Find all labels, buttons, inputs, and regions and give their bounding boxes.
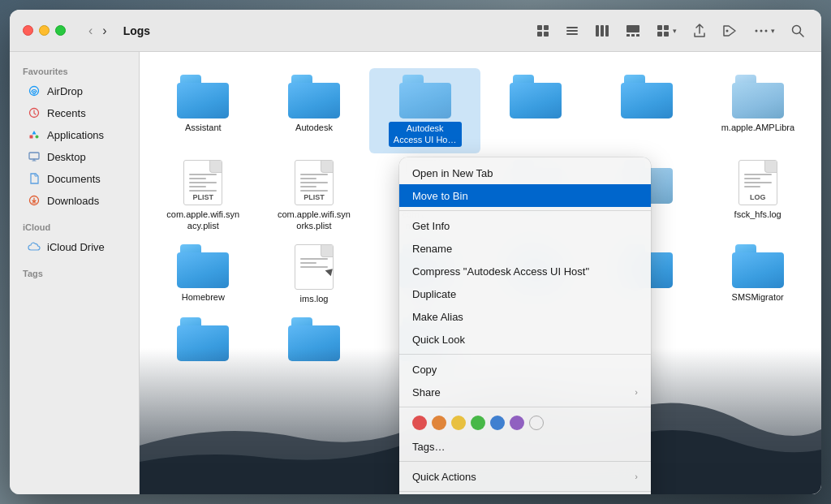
ctx-tag-purple[interactable] xyxy=(510,416,524,430)
nav-arrows: ‹ › xyxy=(85,22,110,40)
groupby-button[interactable]: ▾ xyxy=(652,22,681,40)
svg-rect-1 xyxy=(544,25,549,30)
ctx-copy[interactable]: Copy xyxy=(399,358,651,381)
folder-icon-autodesk xyxy=(288,75,340,118)
folder-icon-homebrew xyxy=(177,244,229,288)
ctx-tag-red[interactable] xyxy=(412,416,427,430)
ctx-duplicate-label: Duplicate xyxy=(412,288,456,300)
svg-line-23 xyxy=(800,32,804,37)
file-item-folder4[interactable] xyxy=(480,68,592,153)
file-item-assistant[interactable]: Assistant xyxy=(148,68,259,153)
more-button[interactable]: ▾ xyxy=(749,22,779,40)
file-item-homebrew[interactable]: Homebrew xyxy=(148,238,259,311)
ctx-quick-actions-label: Quick Actions xyxy=(412,471,476,483)
file-item-smsmigrator[interactable]: SMSMigrator xyxy=(702,238,813,311)
ctx-rename[interactable]: Rename xyxy=(399,237,651,260)
tag-button[interactable] xyxy=(718,22,741,40)
downloads-icon xyxy=(28,194,41,207)
file-item-folder-r4-2[interactable] xyxy=(259,311,370,368)
sidebar: Favourites AirDrop xyxy=(10,52,140,494)
close-button[interactable] xyxy=(23,25,33,36)
ctx-tag-green[interactable] xyxy=(471,416,485,430)
file-label-ims: ims.log xyxy=(300,293,329,304)
minimize-button[interactable] xyxy=(39,25,50,36)
file-item-ims[interactable]: ims.log xyxy=(259,238,370,311)
sidebar-item-icloud-drive[interactable]: iCloud Drive xyxy=(15,236,134,257)
svg-rect-10 xyxy=(626,25,639,32)
sidebar-item-icloud-label: iCloud Drive xyxy=(47,241,105,253)
list-view-button[interactable] xyxy=(562,22,583,40)
file-label-plist1: com.apple.wifi.syncable-…acy.plist xyxy=(166,209,239,232)
sidebar-item-recents-label: Recents xyxy=(47,107,86,119)
file-item-plist2[interactable]: PLIST com.apple.wifi.syncable-…orks.plis… xyxy=(259,153,370,239)
svg-rect-27 xyxy=(30,136,33,139)
file-label-ampli: m.apple.AMPLibraryAgent xyxy=(721,122,794,133)
sidebar-item-airdrop-label: AirDrop xyxy=(47,85,83,97)
maximize-button[interactable] xyxy=(55,25,66,36)
ctx-quick-actions-chevron: › xyxy=(635,472,638,481)
tags-label: Tags xyxy=(10,264,139,282)
svg-rect-15 xyxy=(664,25,669,30)
back-button[interactable]: ‹ xyxy=(85,22,96,40)
file-label-plist2: com.apple.wifi.syncable-…orks.plist xyxy=(278,209,351,232)
favourites-label: Favourites xyxy=(10,62,139,80)
sidebar-item-desktop[interactable]: Desktop xyxy=(15,146,134,167)
doc-icon-ims xyxy=(295,244,334,290)
ctx-open-new-tab-label: Open in New Tab xyxy=(412,167,493,179)
ctx-get-info-label: Get Info xyxy=(412,220,450,232)
sidebar-item-applications[interactable]: Applications xyxy=(15,124,134,145)
file-item-autodesk[interactable]: Autodesk xyxy=(259,68,370,153)
ctx-duplicate[interactable]: Duplicate xyxy=(399,282,651,305)
ctx-quick-actions[interactable]: Quick Actions › xyxy=(399,465,651,488)
airdrop-icon xyxy=(28,84,41,97)
file-item-ampli[interactable]: m.apple.AMPLibraryAgent xyxy=(702,68,813,153)
window-title: Logs xyxy=(123,24,150,37)
context-menu: Open in New Tab Move to Bin Get Info Ren… xyxy=(399,157,651,494)
ctx-sep-4 xyxy=(399,461,651,462)
folder-icon-smsmigrator xyxy=(732,244,784,288)
sidebar-item-airdrop[interactable]: AirDrop xyxy=(15,80,134,101)
sidebar-item-desktop-label: Desktop xyxy=(47,151,86,163)
ctx-share-label: Share xyxy=(412,386,441,398)
doc-icon-plist1: PLIST xyxy=(183,160,222,205)
share-button[interactable] xyxy=(689,21,710,41)
sidebar-item-downloads[interactable]: Downloads xyxy=(15,190,134,211)
file-item-autodesk-access[interactable]: Autodesk Access UI Ho… xyxy=(369,68,480,153)
svg-point-25 xyxy=(33,93,35,95)
ctx-compress-label: Compress "Autodesk Access UI Host" xyxy=(412,265,589,278)
ctx-tag-yellow[interactable] xyxy=(451,416,466,430)
icon-view-button[interactable] xyxy=(532,22,553,40)
file-item-plist1[interactable]: PLIST com.apple.wifi.syncable-…acy.plist xyxy=(148,153,259,239)
file-label-assistant: Assistant xyxy=(185,122,222,133)
folder-icon-r4-1 xyxy=(177,317,229,361)
svg-rect-3 xyxy=(544,32,549,37)
ctx-sep-2 xyxy=(399,354,651,355)
forward-button[interactable]: › xyxy=(99,22,110,40)
folder-icon-ampli xyxy=(732,75,784,118)
sidebar-item-recents[interactable]: Recents xyxy=(15,102,134,123)
search-button[interactable] xyxy=(787,22,808,40)
ctx-sep-5 xyxy=(399,491,651,492)
folder-icon-5 xyxy=(621,75,673,118)
sidebar-item-downloads-label: Downloads xyxy=(47,195,99,207)
ctx-compress[interactable]: Compress "Autodesk Access UI Host" xyxy=(399,260,651,282)
file-item-folder5[interactable] xyxy=(592,68,703,153)
ctx-make-alias[interactable]: Make Alias xyxy=(399,305,651,328)
main-content: Favourites AirDrop xyxy=(10,52,821,494)
file-item-fsck[interactable]: LOG fsck_hfs.log xyxy=(702,153,813,239)
ctx-quick-look[interactable]: Quick Look xyxy=(399,328,651,351)
gallery-view-button[interactable] xyxy=(622,22,644,40)
ctx-share[interactable]: Share › xyxy=(399,381,651,403)
ctx-tag-blue[interactable] xyxy=(490,416,505,430)
svg-rect-8 xyxy=(601,25,604,37)
sidebar-item-documents[interactable]: Documents xyxy=(15,168,134,189)
ctx-move-to-bin[interactable]: Move to Bin xyxy=(399,184,651,207)
ctx-tag-orange[interactable] xyxy=(432,416,446,430)
ctx-tag-gray[interactable] xyxy=(529,416,544,430)
column-view-button[interactable] xyxy=(591,22,614,40)
ctx-open-new-tab[interactable]: Open in New Tab xyxy=(399,162,651,184)
ctx-tags[interactable]: Tags… xyxy=(399,435,651,458)
ctx-get-info[interactable]: Get Info xyxy=(399,214,651,237)
file-item-folder-r4-1[interactable] xyxy=(148,311,259,368)
file-grid-row1: Assistant Autodesk Autodesk Access UI Ho… xyxy=(140,52,821,153)
